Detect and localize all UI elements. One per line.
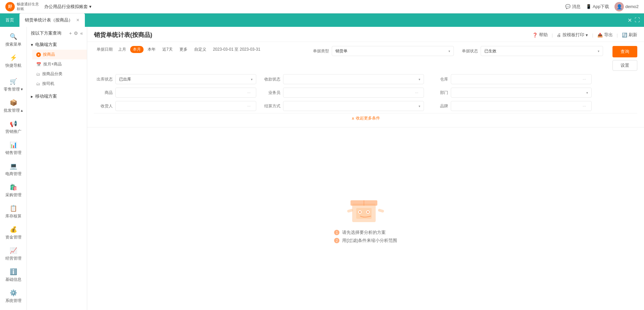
add-solution-btn[interactable]: + [69, 31, 72, 36]
sidebar-item-operation[interactable]: 📈 经营管理 [0, 244, 26, 265]
sidebar-item-label: 经营管理 [5, 256, 21, 261]
svg-rect-9 [378, 209, 384, 213]
left-panel-actions: + ⚙ « [69, 31, 83, 36]
wholesale-icon: 📦 [10, 99, 17, 106]
collapse-label: 收起更多条件 [356, 115, 380, 121]
settings-solution-btn[interactable]: ⚙ [74, 31, 78, 36]
setup-button[interactable]: 设置 [612, 60, 637, 71]
empty-line2: 用[过滤]条件来缩小分析范围 [342, 238, 397, 244]
sidebar-item-search-menu[interactable]: 🔍 搜索菜单 [0, 30, 26, 51]
empty-svg [345, 192, 386, 225]
empty-num-2: 2 [334, 238, 339, 243]
doc-status-select[interactable]: 已生效 ▾ [481, 46, 603, 56]
out-status-select[interactable]: 已出库 ▾ [115, 74, 256, 84]
app-download-btn[interactable]: 📱 App下载 [586, 4, 609, 10]
sidebar-item-inventory[interactable]: 📋 库存核算 [0, 201, 26, 222]
left-panel-title: 按以下方案查询 [31, 30, 61, 36]
collect-status-arrow-icon: ▾ [419, 78, 420, 81]
date-tab-this-month[interactable]: 本月 [130, 46, 144, 53]
doc-type-select[interactable]: 销货单 ▾ [332, 46, 454, 56]
active-dot-icon: ● [36, 52, 41, 57]
empty-state: 1 请先选择要分析的方案 2 用[过滤]条件来缩小分析范围 [87, 127, 644, 310]
tab-close-icon[interactable]: ✕ [76, 18, 79, 22]
export-btn[interactable]: 📤 导出 [597, 32, 613, 38]
tree-sub-item-by-category[interactable]: 🗂 按商品分类 [32, 69, 87, 79]
close-window-icon[interactable]: ✕ [628, 17, 632, 23]
brand-select[interactable]: ··· [451, 101, 592, 111]
messages-btn[interactable]: 💬 消息 [565, 4, 581, 10]
sidebar-item-marketing[interactable]: 📢 营销推广 [0, 117, 26, 138]
logo-area: 好 畅捷通好生意 标账 [5, 2, 39, 11]
brand-label: 品牌 [429, 103, 451, 109]
sidebar-item-purchase[interactable]: 🛍️ 采购管理 [0, 180, 26, 201]
sidebar-item-label: 搜索菜单 [5, 42, 21, 47]
sidebar-item-quick-nav[interactable]: ⚡ 快捷导航 [0, 51, 26, 72]
warehouse-label: 仓库 [429, 76, 451, 82]
tree-sub-item-by-cashier[interactable]: 🗂 按司机 [32, 79, 87, 89]
tree-item-desktop[interactable]: ▾ 电脑端方案 [27, 40, 87, 50]
topbar-left: 好 畅捷通好生意 标账 办公用品行业模拟账套 ▾ [5, 2, 94, 11]
message-icon: 💬 [565, 4, 571, 9]
sidebar-item-basic[interactable]: ℹ️ 基础信息 [0, 265, 26, 286]
basic-icon: ℹ️ [10, 268, 17, 275]
tree-sub-item-by-goods[interactable]: ● 按商品 [32, 50, 87, 59]
collect-status-select[interactable]: ▾ [283, 74, 424, 84]
tree-sub-item-by-month-goods[interactable]: 📅 按月+商品 [32, 59, 87, 69]
dept-select[interactable]: ▾ [451, 88, 592, 98]
collapse-more-conditions-btn[interactable]: ∧ 收起更多条件 [94, 113, 637, 123]
tree-item-mobile[interactable]: ▸ 移动端方案 [27, 91, 87, 101]
date-tab-last-7[interactable]: 近7天 [160, 46, 175, 53]
sidebar-item-sales-mgmt[interactable]: 📊 销售管理 [0, 138, 26, 159]
tree-expand-icon-mobile: ▸ [31, 94, 33, 99]
goods-dots[interactable]: ··· [245, 90, 253, 95]
sidebar-item-ecommerce[interactable]: 💻 电商管理 [0, 159, 26, 180]
sidebar-item-finance[interactable]: 💰 资金管理 [0, 222, 26, 244]
template-print-btn[interactable]: 🖨 按模板打印 ▾ [557, 32, 588, 38]
tab-sales-stat[interactable]: 销货单统计表（按商品） ✕ [19, 13, 85, 27]
collapse-panel-btn[interactable]: « [80, 31, 83, 36]
empty-illustration [345, 192, 386, 225]
warehouse-select[interactable]: ··· [451, 74, 592, 84]
right-panel: 销货单统计表(按商品) ❓ 帮助 | 🖨 按模板打印 ▾ | 📤 [87, 27, 644, 310]
left-panel: 按以下方案查询 + ⚙ « ▾ 电脑端方案 ● 按商品 [27, 27, 87, 310]
template-print-label: 按模板打印 [562, 32, 584, 38]
date-tab-more[interactable]: 更多 [177, 46, 190, 53]
sidebar-item-system[interactable]: ⚙️ 系统管理 [0, 286, 26, 307]
logo-icon: 好 [5, 2, 15, 11]
inventory-icon: 📋 [10, 205, 17, 212]
topbar-right: 💬 消息 📱 App下载 👤 demo2 [565, 2, 639, 11]
settlement-select[interactable]: ▾ [283, 101, 424, 111]
sidebar-item-label: 电商管理 [5, 171, 21, 177]
receiver-dots[interactable]: ··· [245, 104, 253, 108]
query-button[interactable]: 查询 [612, 46, 637, 57]
date-tab-last-month[interactable]: 上月 [115, 46, 129, 53]
sep3: | [617, 33, 618, 38]
sidebar-item-retail[interactable]: 🛒 零售管理 ▾ [0, 74, 26, 96]
user-menu[interactable]: 👤 demo2 [614, 2, 639, 11]
download-icon: 📱 [586, 4, 591, 9]
salesperson-select[interactable]: ··· [283, 88, 424, 98]
warehouse-dots[interactable]: ··· [581, 77, 588, 82]
help-btn[interactable]: ❓ 帮助 [532, 32, 548, 38]
receiver-select[interactable]: ··· [115, 101, 256, 111]
sidebar-item-label: 库存核算 [5, 213, 21, 219]
app-selector[interactable]: 办公用品行业模拟账套 ▾ [42, 2, 94, 11]
ecommerce-icon: 💻 [10, 162, 17, 170]
tab-home[interactable]: 首页 [0, 13, 19, 27]
goods-select[interactable]: ··· [115, 88, 256, 98]
sidebar-item-corp-collab[interactable]: 🤝 企业协同 [0, 307, 26, 310]
svg-point-7 [367, 211, 369, 213]
refresh-btn[interactable]: 🔄 刷新 [622, 32, 637, 38]
empty-text: 1 请先选择要分析的方案 2 用[过滤]条件来缩小分析范围 [334, 229, 397, 246]
doc-type-arrow-icon: ▾ [448, 49, 450, 53]
date-tab-custom[interactable]: 自定义 [192, 46, 209, 53]
maximize-icon[interactable]: ⛶ [635, 17, 640, 23]
tree-mobile-label: 移动端方案 [35, 93, 57, 99]
date-tab-this-year[interactable]: 本年 [145, 46, 158, 53]
doc-status-arrow-icon: ▾ [598, 49, 599, 53]
brand-dots[interactable]: ··· [581, 104, 588, 108]
sidebar-item-wholesale[interactable]: 📦 批发管理 ▴ [0, 96, 26, 117]
export-label: 导出 [604, 32, 613, 38]
salesperson-dots[interactable]: ··· [413, 90, 420, 95]
doc-type-label: 单据类型 [310, 48, 332, 54]
